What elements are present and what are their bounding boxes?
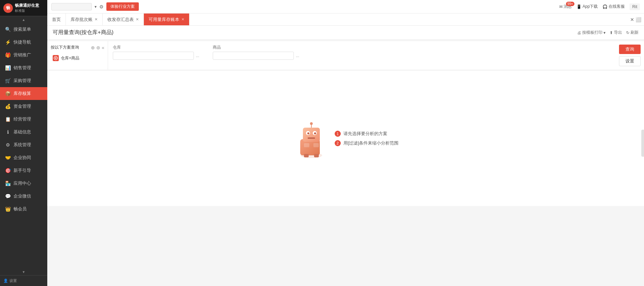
- topbar-message-badge[interactable]: ✉ 消息 99+: [559, 4, 572, 9]
- sidebar-item-finance[interactable]: 💰 资金管理: [0, 100, 47, 113]
- svg-point-11: [310, 122, 313, 125]
- svg-point-7: [307, 132, 309, 134]
- appcenter-icon: 🏪: [5, 180, 11, 186]
- refresh-btn[interactable]: ↻ 刷新: [626, 30, 639, 35]
- filter-item-icon: [53, 55, 59, 61]
- wechat-icon: 💬: [5, 193, 11, 199]
- filter-fields: 仓库 ... 商品 ...: [108, 41, 616, 70]
- main-area: ▾ ⚙ 体验行业方案 ✉ 消息 99+ 📱 App下载 🎧 在线客服 Rit: [47, 0, 644, 286]
- empty-tip-2: 2 用[过滤]条件来缩小分析范围: [335, 140, 398, 146]
- sidebar-scroll-down[interactable]: ▼: [0, 268, 47, 275]
- sidebar: 畅 畅康通好生意 标准版 ▲ 🔍 搜索菜单 ⚡ 快捷导航 🎁 营销推广 📊 销售…: [0, 0, 47, 286]
- filter-item-warehouse-goods[interactable]: 仓库+商品: [47, 53, 108, 63]
- query-button[interactable]: 查询: [619, 45, 641, 54]
- refresh-icon: ↻: [626, 30, 629, 35]
- print-btn[interactable]: 🖨 按模板打印 ▾: [577, 30, 606, 35]
- filter-add-btn[interactable]: ⊕: [91, 45, 95, 50]
- inventory-icon: 📦: [5, 90, 11, 97]
- system-icon: ⚙: [5, 142, 11, 148]
- page-header: 可用量查询(按仓库+商品) 🖨 按模板打印 ▾ ⬆ 导出 ↻ 刷新: [47, 26, 644, 40]
- empty-robot-svg: [293, 122, 330, 159]
- page-content: 可用量查询(按仓库+商品) 🖨 按模板打印 ▾ ⬆ 导出 ↻ 刷新: [47, 26, 644, 286]
- sidebar-item-basicinfo[interactable]: ℹ 基础信息: [0, 126, 47, 138]
- sidebar-item-member[interactable]: 👑 畅会员: [0, 203, 47, 215]
- sidebar-footer: 👤 设置: [0, 275, 47, 286]
- tab-summary[interactable]: 收发存汇总表 ✕: [103, 14, 144, 25]
- search-icon: 🔍: [5, 26, 11, 32]
- topbar-user[interactable]: Rit: [629, 3, 640, 10]
- export-icon: ⬆: [610, 30, 613, 35]
- finance-icon: 💰: [5, 103, 11, 109]
- empty-state: 1 请先选择要分析的方案 2 用[过滤]条件来缩小分析范围: [47, 71, 644, 206]
- tip-number-1: 1: [335, 131, 341, 137]
- topbar-right: ✉ 消息 99+ 📱 App下载 🎧 在线客服 Rit: [559, 3, 640, 10]
- query-area: 按以下方案查询 ⊕ ⊛ « 仓库+商品: [47, 41, 644, 70]
- message-icon: ✉: [559, 4, 563, 9]
- warehouse-input[interactable]: [113, 52, 194, 60]
- topbar: ▾ ⚙ 体验行业方案 ✉ 消息 99+ 📱 App下载 🎧 在线客服 Rit: [47, 0, 644, 14]
- svg-rect-14: [304, 154, 309, 157]
- svg-rect-12: [304, 143, 309, 147]
- tip-number-2: 2: [335, 140, 341, 146]
- topbar-dropdown-btn[interactable]: ▾: [95, 4, 97, 9]
- sidebar-item-quicknav[interactable]: ⚡ 快捷导航: [0, 36, 47, 49]
- filter-settings-btn[interactable]: ⊛: [96, 45, 100, 50]
- basicinfo-icon: ℹ: [5, 129, 11, 135]
- sidebar-brand: 畅康通好生意 标准版: [15, 3, 39, 13]
- tab-summary-close[interactable]: ✕: [136, 17, 139, 22]
- filter-panel: 按以下方案查询 ⊕ ⊛ « 仓库+商品: [47, 41, 108, 70]
- topbar-industry-button[interactable]: 体验行业方案: [106, 2, 139, 11]
- sidebar-header: 畅 畅康通好生意 标准版: [0, 0, 47, 16]
- marketing-icon: 🎁: [5, 52, 11, 58]
- settings-button[interactable]: 设置: [619, 56, 641, 66]
- sidebar-item-search[interactable]: 🔍 搜索菜单: [0, 23, 47, 36]
- tabs-bar: 首页 库存批次账 ✕ 收发存汇总表 ✕ 可用量库存账本 ✕ ✕ ⬜: [47, 14, 644, 26]
- filter-panel-actions: ⊕ ⊛ «: [91, 45, 104, 50]
- empty-tips: 1 请先选择要分析的方案 2 用[过滤]条件来缩小分析范围: [335, 131, 398, 146]
- sidebar-item-system[interactable]: ⚙ 系统管理: [0, 138, 47, 151]
- sidebar-item-marketing[interactable]: 🎁 营销推广: [0, 49, 47, 61]
- sidebar-item-appcenter[interactable]: 🏪 应用中心: [0, 177, 47, 190]
- tab-expand-btn[interactable]: ⬜: [636, 17, 641, 22]
- filter-field-warehouse: 仓库 ...: [113, 45, 207, 60]
- print-icon: 🖨: [577, 30, 581, 35]
- topbar-service-btn[interactable]: 🎧 在线客服: [602, 4, 625, 9]
- collab-icon: 🤝: [5, 155, 11, 161]
- right-scroll-indicator[interactable]: [641, 130, 644, 157]
- svg-point-8: [314, 132, 316, 134]
- purchase-icon: 🛒: [5, 78, 11, 84]
- filter-field-goods: 商品 ...: [213, 45, 307, 60]
- goods-input[interactable]: [213, 52, 294, 60]
- sidebar-item-collab[interactable]: 🤝 企业协同: [0, 151, 47, 164]
- empty-illustration: [293, 122, 327, 155]
- topbar-gear-btn[interactable]: ⚙: [99, 4, 104, 9]
- message-count: 99+: [566, 2, 574, 6]
- filter-collapse-btn[interactable]: «: [102, 45, 104, 50]
- sidebar-item-inventory[interactable]: 📦 库存核算: [0, 87, 47, 100]
- sidebar-brand-tag: 标准版: [15, 8, 39, 13]
- tab-available-stock[interactable]: 可用量库存账本 ✕: [144, 14, 189, 25]
- svg-rect-15: [314, 154, 319, 157]
- export-btn[interactable]: ⬆ 导出: [610, 30, 622, 35]
- sidebar-item-newuser[interactable]: 🎯 新手引导: [0, 164, 47, 177]
- topbar-appdownload-btn[interactable]: 📱 App下载: [576, 4, 598, 9]
- newuser-icon: 🎯: [5, 167, 11, 174]
- svg-rect-13: [313, 143, 319, 147]
- sidebar-item-wechat[interactable]: 💬 企业微信: [0, 190, 47, 203]
- tab-batch-account[interactable]: 库存批次账 ✕: [66, 14, 103, 25]
- warehouse-more-btn[interactable]: ...: [196, 53, 199, 58]
- quick-nav-icon: ⚡: [5, 39, 11, 45]
- tab-batch-account-close[interactable]: ✕: [95, 17, 98, 22]
- tab-available-stock-close[interactable]: ✕: [181, 17, 184, 22]
- goods-more-btn[interactable]: ...: [296, 53, 299, 58]
- sidebar-item-purchase[interactable]: 🛒 采购管理: [0, 74, 47, 87]
- topbar-search-input[interactable]: [51, 3, 92, 10]
- sidebar-item-sales[interactable]: 📊 销售管理: [0, 61, 47, 74]
- tab-home[interactable]: 首页: [47, 14, 66, 25]
- sidebar-scroll-up[interactable]: ▲: [0, 16, 47, 23]
- sidebar-item-operations[interactable]: 📋 经营管理: [0, 113, 47, 126]
- tab-close-btn[interactable]: ✕: [630, 17, 634, 22]
- sidebar-nav: 🔍 搜索菜单 ⚡ 快捷导航 🎁 营销推广 📊 销售管理 🛒 采购管理 📦 库存核…: [0, 23, 47, 268]
- svg-rect-9: [308, 137, 315, 139]
- page-title: 可用量查询(按仓库+商品): [53, 29, 113, 36]
